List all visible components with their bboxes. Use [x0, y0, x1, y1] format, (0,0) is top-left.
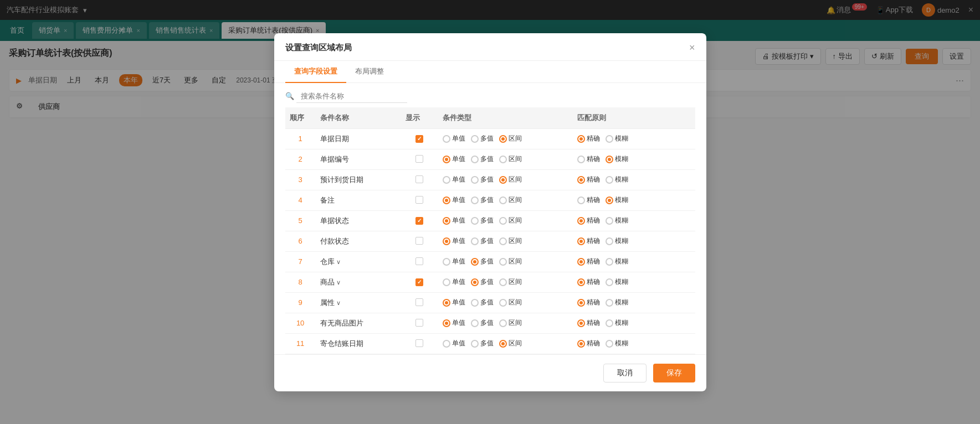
type-option-单值-9[interactable]: 单值	[443, 318, 465, 328]
type-option-单值-10[interactable]: 单值	[443, 339, 465, 348]
type-option-多值-10[interactable]: 多值	[471, 339, 494, 348]
radio-circle-单值-0	[443, 135, 450, 143]
type-option-单值-5[interactable]: 单值	[443, 236, 465, 246]
radio-label-多值-2: 多值	[480, 175, 494, 184]
cell-match-3: 精确模糊	[573, 190, 695, 210]
cell-show-6[interactable]	[401, 251, 438, 272]
type-option-单值-0[interactable]: 单值	[443, 134, 465, 143]
match-option-精确-5[interactable]: 精确	[577, 236, 600, 246]
radio-label-多值-6: 多值	[480, 257, 494, 266]
checkbox-8[interactable]	[415, 298, 424, 307]
cell-order-0: 1	[285, 128, 316, 149]
cell-show-10[interactable]	[401, 333, 438, 354]
match-option-模糊-8[interactable]: 模糊	[606, 298, 628, 307]
type-option-区间-1[interactable]: 区间	[499, 154, 522, 164]
condition-search-input[interactable]	[296, 90, 407, 103]
type-option-区间-0[interactable]: 区间	[499, 134, 522, 143]
type-option-单值-2[interactable]: 单值	[443, 175, 465, 184]
cell-show-2[interactable]	[401, 169, 438, 190]
checkbox-7[interactable]	[415, 278, 424, 287]
checkbox-5[interactable]	[415, 236, 424, 245]
match-option-精确-1[interactable]: 精确	[577, 154, 600, 164]
match-option-模糊-1[interactable]: 模糊	[606, 154, 628, 164]
cell-show-0[interactable]	[401, 128, 438, 149]
type-option-单值-3[interactable]: 单值	[443, 195, 465, 205]
checkbox-6[interactable]	[415, 257, 424, 266]
type-option-多值-6[interactable]: 多值	[471, 257, 494, 266]
match-option-精确-6[interactable]: 精确	[577, 257, 600, 266]
match-option-精确-8[interactable]: 精确	[577, 298, 600, 307]
match-option-精确-4[interactable]: 精确	[577, 216, 600, 225]
type-option-多值-8[interactable]: 多值	[471, 298, 494, 307]
checkbox-10[interactable]	[415, 339, 424, 348]
radio-label-多值-4: 多值	[480, 216, 494, 225]
type-option-区间-2[interactable]: 区间	[499, 175, 522, 184]
cell-name-7: 商品 ∨	[316, 272, 402, 292]
match-option-模糊-6[interactable]: 模糊	[606, 257, 628, 266]
match-option-精确-10[interactable]: 精确	[577, 339, 600, 348]
match-label-模糊-8: 模糊	[615, 298, 628, 307]
match-option-模糊-2[interactable]: 模糊	[606, 175, 628, 184]
tab-layout-adjust[interactable]: 布局调整	[346, 61, 393, 83]
checkbox-2[interactable]	[415, 175, 424, 184]
type-option-区间-3[interactable]: 区间	[499, 195, 522, 205]
save-button[interactable]: 保存	[653, 364, 695, 382]
type-option-区间-8[interactable]: 区间	[499, 298, 522, 307]
match-radio-group-4: 精确模糊	[577, 216, 691, 225]
match-option-精确-2[interactable]: 精确	[577, 175, 600, 184]
type-option-多值-0[interactable]: 多值	[471, 134, 494, 143]
radio-circle-单值-9	[443, 319, 450, 327]
cell-show-5[interactable]	[401, 231, 438, 251]
cell-show-7[interactable]	[401, 272, 438, 292]
match-option-模糊-0[interactable]: 模糊	[606, 134, 628, 143]
type-option-多值-3[interactable]: 多值	[471, 195, 494, 205]
match-option-精确-7[interactable]: 精确	[577, 277, 600, 287]
type-option-多值-5[interactable]: 多值	[471, 236, 494, 246]
match-option-精确-9[interactable]: 精确	[577, 318, 600, 328]
type-option-单值-7[interactable]: 单值	[443, 277, 465, 287]
checkbox-1[interactable]	[415, 154, 424, 163]
type-option-多值-1[interactable]: 多值	[471, 154, 494, 164]
cell-show-8[interactable]	[401, 292, 438, 313]
checkbox-3[interactable]	[415, 195, 424, 204]
type-option-单值-1[interactable]: 单值	[443, 154, 465, 164]
cancel-button[interactable]: 取消	[603, 364, 647, 382]
tab-field-settings[interactable]: 查询字段设置	[285, 61, 346, 83]
type-option-多值-2[interactable]: 多值	[471, 175, 494, 184]
radio-label-单值-6: 单值	[452, 257, 465, 266]
type-option-区间-7[interactable]: 区间	[499, 277, 522, 287]
dialog-header: 设置查询区域布局 ×	[274, 33, 706, 61]
cell-show-4[interactable]	[401, 210, 438, 231]
type-option-区间-5[interactable]: 区间	[499, 236, 522, 246]
type-option-多值-4[interactable]: 多值	[471, 216, 494, 225]
match-option-模糊-10[interactable]: 模糊	[606, 339, 628, 348]
type-option-多值-9[interactable]: 多值	[471, 318, 494, 328]
type-option-区间-6[interactable]: 区间	[499, 257, 522, 266]
type-option-单值-6[interactable]: 单值	[443, 257, 465, 266]
type-option-区间-9[interactable]: 区间	[499, 318, 522, 328]
checkbox-9[interactable]	[415, 318, 424, 327]
match-option-模糊-5[interactable]: 模糊	[606, 236, 628, 246]
type-option-单值-4[interactable]: 单值	[443, 216, 465, 225]
match-option-模糊-9[interactable]: 模糊	[606, 318, 628, 328]
match-option-模糊-7[interactable]: 模糊	[606, 277, 628, 287]
type-option-区间-4[interactable]: 区间	[499, 216, 522, 225]
match-circle-模糊-5	[606, 237, 613, 245]
type-option-区间-10[interactable]: 区间	[499, 339, 522, 348]
dialog-close-button[interactable]: ×	[689, 42, 695, 60]
expand-icon: ∨	[336, 258, 341, 265]
match-option-精确-0[interactable]: 精确	[577, 134, 600, 143]
checkbox-0[interactable]	[415, 135, 424, 143]
dialog-overlay: 设置查询区域布局 × 查询字段设置 布局调整 🔍 顺序	[0, 0, 980, 424]
cell-show-3[interactable]	[401, 190, 438, 210]
match-option-模糊-4[interactable]: 模糊	[606, 216, 628, 225]
cell-show-1[interactable]	[401, 149, 438, 169]
checkbox-4[interactable]	[415, 216, 424, 225]
match-circle-模糊-0	[606, 135, 613, 143]
type-option-单值-8[interactable]: 单值	[443, 298, 465, 307]
match-option-精确-3[interactable]: 精确	[577, 195, 600, 205]
cell-show-9[interactable]	[401, 313, 438, 333]
match-label-精确-5: 精确	[587, 236, 600, 246]
type-option-多值-7[interactable]: 多值	[471, 277, 494, 287]
match-option-模糊-3[interactable]: 模糊	[606, 195, 628, 205]
